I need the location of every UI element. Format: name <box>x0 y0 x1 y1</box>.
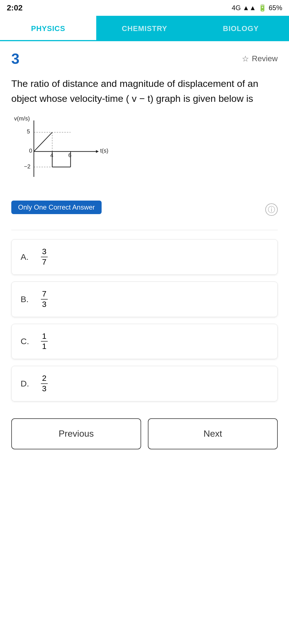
svg-text:−2: −2 <box>24 163 30 170</box>
svg-text:6: 6 <box>68 152 71 158</box>
option-b-value: 7 3 <box>41 290 48 309</box>
nav-buttons: Previous Next <box>11 418 278 466</box>
graph-container: v(m/s) 5 0 −2 4 <box>11 115 278 189</box>
tab-physics[interactable]: PHYSICS <box>0 16 96 41</box>
option-c[interactable]: C. 1 1 <box>11 324 278 359</box>
status-icons: 4G ▲▲ 🔋 65% <box>232 4 282 12</box>
option-d-value: 2 3 <box>41 374 48 393</box>
status-bar: 2:02 4G ▲▲ 🔋 65% <box>0 0 289 16</box>
option-b[interactable]: B. 7 3 <box>11 282 278 317</box>
status-time: 2:02 <box>7 3 23 12</box>
star-icon: ☆ <box>242 54 249 63</box>
network-icon: 4G ▲▲ <box>232 4 256 12</box>
main-content: 3 ☆ Review The ratio of distance and mag… <box>0 41 289 475</box>
previous-button[interactable]: Previous <box>11 418 141 449</box>
tab-chemistry[interactable]: CHEMISTRY <box>96 16 192 41</box>
info-icon[interactable]: ⓘ <box>265 203 278 216</box>
option-c-value: 1 1 <box>41 332 48 351</box>
option-a-label: A. <box>21 252 34 262</box>
question-header: 3 ☆ Review <box>11 50 278 67</box>
review-button[interactable]: ☆ Review <box>242 54 278 63</box>
svg-marker-7 <box>96 150 99 153</box>
svg-text:t(s): t(s) <box>100 148 108 154</box>
tab-biology[interactable]: BIOLOGY <box>193 16 289 41</box>
velocity-time-graph: v(m/s) 5 0 −2 4 <box>11 115 113 188</box>
option-a[interactable]: A. 3 7 <box>11 239 278 275</box>
tab-bar: PHYSICS CHEMISTRY BIOLOGY <box>0 16 289 41</box>
question-number: 3 <box>11 50 19 67</box>
question-text: The ratio of distance and magnitude of d… <box>11 76 278 106</box>
option-d[interactable]: D. 2 3 <box>11 366 278 401</box>
svg-text:4: 4 <box>50 152 53 158</box>
divider <box>11 230 278 230</box>
option-b-label: B. <box>21 294 34 304</box>
svg-text:5: 5 <box>27 128 30 135</box>
next-button[interactable]: Next <box>148 418 278 449</box>
svg-line-14 <box>34 132 52 151</box>
review-label: Review <box>252 54 278 63</box>
battery-icon: 🔋 65% <box>258 4 282 12</box>
options-list: A. 3 7 B. 7 3 C. 1 1 D. 2 3 <box>11 239 278 401</box>
badge-row: Only One Correct Answer ⓘ <box>11 201 278 219</box>
svg-text:v(m/s): v(m/s) <box>14 115 30 122</box>
option-d-label: D. <box>21 379 34 388</box>
option-a-value: 3 7 <box>41 247 48 267</box>
svg-text:0: 0 <box>29 148 32 154</box>
answer-type-badge: Only One Correct Answer <box>11 201 102 214</box>
option-c-label: C. <box>21 337 34 346</box>
